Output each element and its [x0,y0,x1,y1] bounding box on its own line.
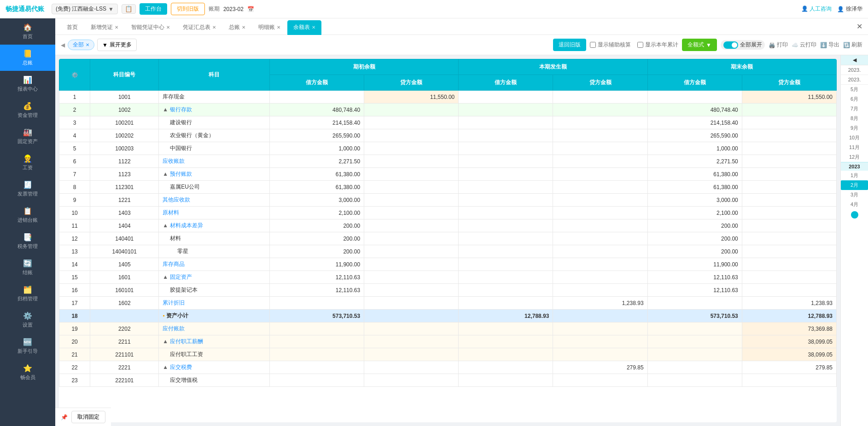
row-name[interactable]: ▲ 材料成本差异 [159,219,270,232]
sidebar-item-fixed-assets[interactable]: 🏭 固定资产 [0,123,55,150]
tab-close-icon[interactable]: ✕ [212,25,216,30]
month-8[interactable]: 8月 [841,114,868,123]
expand-icon[interactable]: ▲ [163,106,168,113]
row-name-link[interactable]: 银行存款 [170,106,192,113]
month-9[interactable]: 9月 [841,123,868,133]
sidebar-item-home[interactable]: 🏠 首页 [0,18,55,45]
month-10[interactable]: 10月 [841,133,868,143]
tab-close-icon[interactable]: ✕ [242,25,245,30]
sidebar-item-tax[interactable]: 📑 税务管理 [0,228,55,254]
year-label-1[interactable]: 2023. [841,65,868,75]
tab-close-icon[interactable]: ✕ [277,25,280,30]
row-name[interactable]: 应收账款 [159,155,270,168]
row-name[interactable]: 其他应收款 [159,194,270,207]
tab-home[interactable]: 首页 [61,20,84,35]
user-info[interactable]: 👤 徐泽华 [837,5,862,13]
sidebar-item-reports[interactable]: 📊 报表中心 [0,71,55,97]
year-2023-label[interactable]: 2023 [841,162,868,171]
month-6[interactable]: 6月 [841,94,868,104]
sidebar-item-archive[interactable]: 🗂️ 归档管理 [0,281,55,307]
user-avatar-icon: 👤 [837,6,844,12]
workbench-button[interactable]: 工作台 [140,3,167,15]
row-name[interactable]: ▲ 应交税费 [159,361,270,374]
row-name-link[interactable]: 其他应收款 [163,196,190,203]
sidebar-item-member[interactable]: ⭐ 畅会员 [0,359,55,386]
tab-voucher-summary[interactable]: 凭证汇总表 ✕ [177,20,222,35]
row-name-link[interactable]: 固定资产 [170,274,192,280]
refresh-button[interactable]: 🔃 刷新 [843,41,862,49]
tab-detailed-ledger[interactable]: 明细账 ✕ [252,20,286,35]
tab-close-icon[interactable]: ✕ [115,25,118,30]
sidebar-item-ledger[interactable]: 📒 总账 [0,45,55,71]
expand-icon[interactable]: ▲ [163,274,168,280]
month-4[interactable]: 4月 [841,200,868,209]
sidebar-item-settle[interactable]: 🔄 结账 [0,254,55,281]
row-name-link[interactable]: 预付账款 [170,171,192,177]
row-name-link[interactable]: 库存商品 [163,261,185,267]
expand-icon[interactable]: ▲ [163,171,168,177]
filter-tag[interactable]: 全部 ✕ [68,40,94,50]
row-name-link[interactable]: 应付账款 [163,325,185,332]
year-label-2[interactable]: 2023. [841,75,868,85]
row-name[interactable]: ▲ 固定资产 [159,271,270,284]
month-5[interactable]: 5月 [841,85,868,94]
print-button[interactable]: 🖨️ 打印 [769,41,788,49]
filter-close-icon[interactable]: ✕ [86,42,89,47]
tab-close-all[interactable]: ✕ [856,22,862,31]
expand-all-toggle[interactable] [723,41,738,49]
expand-button[interactable]: ▼ 展开更多 [97,39,137,51]
return-old-version-button[interactable]: 退回旧版 [553,39,586,51]
sidebar-item-invoice[interactable]: 🧾 发票管理 [0,176,55,202]
table-container[interactable]: ⚙️ 科目编号 科目 期初余额 本期发生额 期末余额 借方金额 贷方金额 借方金… [59,59,837,422]
switch-version-button[interactable]: 切到旧版 [171,3,205,15]
sidebar-item-settings[interactable]: ⚙️ 设置 [0,307,55,333]
month-11[interactable]: 11月 [841,143,868,152]
tab-general-ledger[interactable]: 总账 ✕ [223,20,251,35]
row-name-link[interactable]: 应交税费 [170,364,192,370]
show-ytd-checkbox[interactable]: 显示本年累计 [637,41,678,49]
copy-button[interactable]: 📋 [122,4,136,14]
row-name-link[interactable]: 应收账款 [163,158,185,164]
company-select[interactable]: (免费) 江西融金-LSS ▼ [52,4,118,14]
row-name-link[interactable]: 材料成本差异 [170,222,203,229]
sidebar-item-sales[interactable]: 📋 进销台账 [0,202,55,228]
tab-balance-sheet[interactable]: 余额表 ✕ [287,20,321,35]
month-12[interactable]: 12月 [841,152,868,162]
right-panel-circle-icon[interactable] [841,209,868,220]
sidebar-item-salary[interactable]: 👷 工资 [0,150,55,176]
row-name-link[interactable]: 原材料 [163,209,179,216]
expand-icon[interactable]: ▲ [163,222,168,229]
calendar-icon[interactable]: 📅 [247,6,254,12]
tab-new-voucher[interactable]: 新增凭证 ✕ [85,20,124,35]
month-7[interactable]: 7月 [841,104,868,114]
sidebar-item-guide[interactable]: 🆕 新手引导 [0,333,55,359]
tab-close-icon[interactable]: ✕ [312,25,315,30]
cloud-print-button[interactable]: ☁️ 云打印 [792,41,816,49]
month-2[interactable]: 2月 [841,180,868,190]
row-name[interactable]: 应付账款 [159,322,270,335]
row-name-link[interactable]: 应付职工薪酬 [170,338,203,345]
row-name[interactable]: 累计折旧 [159,297,270,310]
expand-icon[interactable]: ▲ [163,364,168,370]
tab-smart-verify[interactable]: 智能凭证中心 ✕ [125,20,176,35]
sidebar-item-assets[interactable]: 💰 资金管理 [0,97,55,123]
export-button[interactable]: ⬇️ 导出 [820,41,839,49]
show-aux-checkbox[interactable]: 显示辅助核算 [590,41,631,49]
cancel-fixed-button[interactable]: 取消固定 [71,411,105,423]
format-button[interactable]: 全额式 ▼ [682,39,717,51]
row-name-link[interactable]: 累计折旧 [163,299,185,306]
row-name[interactable]: 库存商品 [159,258,270,271]
row-name[interactable]: ▲ 应付职工薪酬 [159,335,270,348]
ytd-checkbox-input[interactable] [637,42,643,48]
tab-close-icon[interactable]: ✕ [166,25,170,30]
row-name[interactable]: ▲ 银行存款 [159,104,270,116]
row-name[interactable]: 原材料 [159,207,270,219]
right-panel-expand[interactable]: ◀ [841,55,868,65]
consultation-link[interactable]: 👤 人工咨询 [801,5,832,13]
aux-checkbox-input[interactable] [590,42,596,48]
expand-icon[interactable]: ▲ [163,338,168,345]
row-name[interactable]: ▲ 预付账款 [159,168,270,181]
settings-header[interactable]: ⚙️ [59,59,90,91]
month-3[interactable]: 3月 [841,190,868,200]
month-1[interactable]: 1月 [841,171,868,180]
